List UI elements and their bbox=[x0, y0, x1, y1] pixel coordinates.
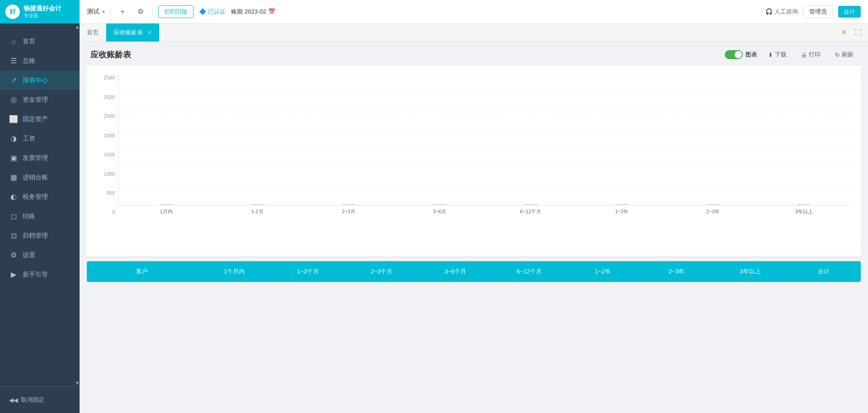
accountant-btn[interactable]: 会计 bbox=[838, 6, 861, 18]
sidebar-label-assets: 固定资产 bbox=[23, 115, 48, 123]
bar-group-4 bbox=[492, 204, 570, 205]
payroll-icon: ◑ bbox=[9, 134, 18, 143]
sidebar-label-tax: 税务管理 bbox=[23, 193, 48, 201]
bar-group-1 bbox=[219, 204, 296, 205]
verified-badge: 🔷 已认证 bbox=[199, 8, 226, 16]
close-tab-btn[interactable]: ✕ bbox=[837, 26, 850, 39]
refresh-btn[interactable]: ↻ 刷新 bbox=[831, 49, 857, 61]
tab-aging[interactable]: 应收账龄表 ✕ bbox=[106, 23, 159, 42]
calendar-icon: 📅 bbox=[268, 8, 275, 15]
sidebar-label-inventory: 进销台账 bbox=[23, 174, 48, 182]
y-label-0: 0 bbox=[112, 210, 115, 215]
bar-7 bbox=[797, 204, 811, 205]
manager-btn[interactable]: 管理员 bbox=[803, 5, 833, 18]
tab-home-label: 首页 bbox=[87, 28, 99, 37]
sidebar-item-home[interactable]: ⌂首页 bbox=[0, 32, 80, 51]
switch-version-btn[interactable]: 切到旧版 bbox=[158, 5, 193, 18]
app-name: 畅捷通好会计 bbox=[24, 5, 61, 12]
download-btn[interactable]: ⬇ 下载 bbox=[764, 49, 790, 61]
sidebar-label-home: 首页 bbox=[23, 38, 35, 46]
print-label: 打印 bbox=[809, 51, 821, 59]
bar-group-2 bbox=[310, 204, 387, 205]
settings-btn[interactable]: ⚙ bbox=[134, 5, 147, 18]
tab-aging-label: 应收账龄表 bbox=[113, 28, 143, 37]
tabbar: 首页 应收账龄表 ✕ ✕ ⛶ bbox=[80, 23, 868, 42]
sidebar-item-close[interactable]: ◻结账 bbox=[0, 206, 80, 226]
service-btn[interactable]: 🎧 人工咨询 bbox=[765, 8, 798, 16]
period-text-label: 账期 bbox=[231, 8, 243, 16]
settings-icon: ⚙ bbox=[9, 251, 18, 259]
x-label-4: 6~12个月 bbox=[492, 208, 570, 215]
table-th-7: 2~3年 bbox=[640, 268, 713, 276]
table-th-2: 1~2个月 bbox=[271, 268, 345, 276]
bar-chart: 2500 2500 2500 2000 1500 1000 500 0 bbox=[96, 75, 852, 229]
sidebar-item-funds[interactable]: ◎资金管理 bbox=[0, 90, 80, 109]
y-label-2000: 2000 bbox=[104, 133, 115, 138]
y-label-2500b: 2500 bbox=[104, 94, 115, 100]
y-label-1500: 1500 bbox=[104, 152, 115, 157]
bar-1 bbox=[251, 204, 264, 205]
chart-toggle-label: 图表 bbox=[745, 51, 757, 59]
table-th-9: 合计 bbox=[787, 268, 861, 276]
report-icon: ↗ bbox=[9, 76, 18, 84]
add-project-btn[interactable]: + bbox=[116, 5, 129, 18]
tab-close-icon[interactable]: ✕ bbox=[147, 29, 152, 36]
sidebar-item-tax[interactable]: ◐税务管理 bbox=[0, 187, 80, 206]
main-area: 测试 ▾ + ⚙ 切到旧版 🔷 已认证 账期 2023-02 📅 🎧 人工咨询 … bbox=[80, 0, 868, 413]
sidebar-item-guide[interactable]: ▶新手引导 bbox=[0, 265, 80, 284]
sidebar-label-archive: 归档管理 bbox=[23, 232, 48, 240]
verified-label: 已认证 bbox=[208, 8, 226, 16]
ledger-icon: ☰ bbox=[9, 56, 18, 65]
bar-5 bbox=[615, 204, 629, 205]
sidebar-item-ledger[interactable]: ☰总账 bbox=[0, 51, 80, 70]
project-name: 测试 bbox=[87, 8, 99, 16]
sidebar-item-assets[interactable]: ⬜固定资产 bbox=[0, 109, 80, 129]
sidebar-item-report[interactable]: ↗报表中心 bbox=[0, 70, 80, 90]
inventory-icon: ▦ bbox=[9, 173, 18, 182]
chevron-down-icon: ▾ bbox=[102, 9, 105, 15]
scroll-down-arrow[interactable]: ▼ bbox=[74, 380, 79, 386]
table-container: 客户1个月内1~2个月2~3个月3~6个月6~12个月1~2年2~3年3年以上合… bbox=[87, 261, 861, 282]
app-edition: 专业版 bbox=[24, 12, 61, 19]
table-th-4: 3~6个月 bbox=[419, 268, 492, 276]
sidebar-label-close: 结账 bbox=[23, 212, 35, 221]
sidebar-item-archive[interactable]: ⊡归档管理 bbox=[0, 226, 80, 245]
sidebar-item-invoice[interactable]: ▣发票管理 bbox=[0, 148, 80, 168]
close-icon: ◻ bbox=[9, 212, 18, 221]
chart-toggle[interactable] bbox=[725, 50, 743, 59]
assets-icon: ⬜ bbox=[9, 115, 18, 123]
chart-inner: 1月内1-2月2~3月3~6月6~12个月1~2年2~3年3年以上 bbox=[118, 75, 852, 215]
bar-group-7 bbox=[765, 204, 843, 205]
table-th-6: 1~2年 bbox=[566, 268, 640, 276]
y-label-500: 500 bbox=[107, 190, 115, 196]
project-selector[interactable]: 测试 ▾ bbox=[87, 8, 105, 16]
print-icon: 🖨 bbox=[801, 52, 807, 58]
scroll-up-arrow[interactable]: ▲ bbox=[74, 23, 79, 30]
bar-group-6 bbox=[674, 204, 751, 205]
chart-x-labels: 1月内1-2月2~3月3~6月6~12个月1~2年2~3年3年以上 bbox=[118, 206, 852, 215]
x-label-5: 1~2年 bbox=[583, 208, 661, 215]
cancel-fixed-label: 取消固定 bbox=[21, 396, 44, 404]
refresh-label: 刷新 bbox=[842, 51, 854, 59]
cancel-fixed-icon: ◀◀ bbox=[9, 397, 18, 404]
sidebar-item-payroll[interactable]: ◑工资 bbox=[0, 129, 80, 148]
chart-y-axis: 2500 2500 2500 2000 1500 1000 500 0 bbox=[96, 75, 118, 215]
bar-2 bbox=[342, 204, 355, 205]
logo-icon: 好 bbox=[5, 5, 20, 19]
print-btn[interactable]: 🖨 打印 bbox=[797, 49, 824, 61]
sidebar: 好 畅捷通好会计 专业版 ▲ ⌂首页☰总账↗报表中心◎资金管理⬜固定资产◑工资▣… bbox=[0, 0, 80, 413]
table-th-1: 1个月内 bbox=[198, 268, 271, 276]
cancel-fixed-btn[interactable]: ◀◀ 取消固定 bbox=[0, 391, 80, 408]
sidebar-item-inventory[interactable]: ▦进销台账 bbox=[0, 168, 80, 187]
x-label-3: 3~6月 bbox=[401, 208, 479, 215]
sidebar-nav: ⌂首页☰总账↗报表中心◎资金管理⬜固定资产◑工资▣发票管理▦进销台账◐税务管理◻… bbox=[0, 30, 80, 380]
x-label-2: 2~3月 bbox=[310, 208, 387, 215]
download-label: 下载 bbox=[775, 51, 787, 59]
sidebar-item-settings[interactable]: ⚙设置 bbox=[0, 245, 80, 265]
download-icon: ⬇ bbox=[768, 52, 773, 58]
expand-tab-btn[interactable]: ⛶ bbox=[852, 26, 864, 39]
service-label: 人工咨询 bbox=[774, 8, 798, 16]
sidebar-label-funds: 资金管理 bbox=[23, 96, 48, 104]
tab-home[interactable]: 首页 bbox=[80, 23, 106, 42]
x-label-1: 1-2月 bbox=[219, 208, 297, 215]
